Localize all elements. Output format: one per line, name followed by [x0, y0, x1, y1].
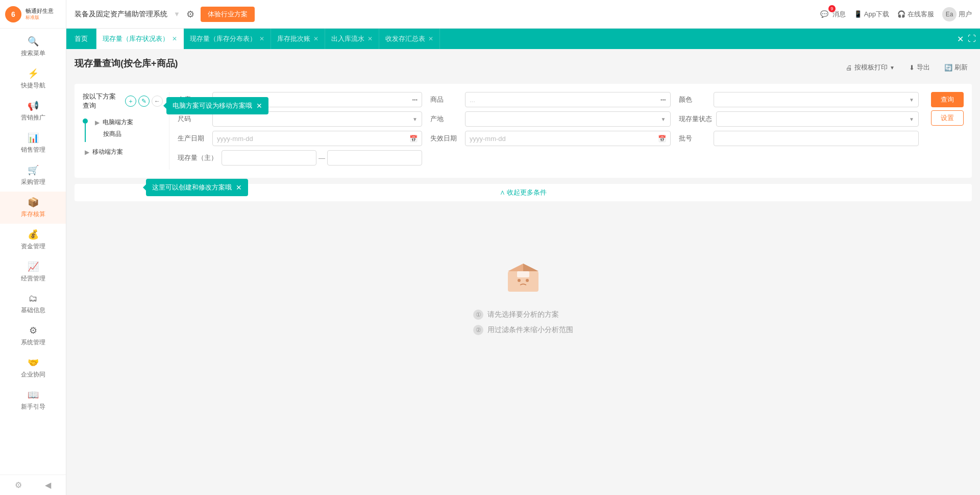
step-1-text: 请先选择要分析的方案 [487, 310, 559, 319]
collapse-icon: ∧ [500, 188, 505, 196]
goods-dots: ••• [660, 97, 666, 103]
scheme-tooltip-close[interactable]: ✕ [256, 102, 262, 110]
sidebar-item-guide-label: 新手引导 [21, 403, 45, 411]
expiry-date-input[interactable]: yyyy-mm-dd 📅 [465, 131, 671, 146]
color-arrow: ▼ [909, 97, 914, 103]
user-area[interactable]: Ea 用户 [942, 7, 972, 21]
filter-color: 颜色 ▼ [679, 92, 919, 107]
tab-close-batch-account[interactable]: ✕ [313, 35, 318, 42]
sidebar-item-basic-info-label: 基础信息 [21, 306, 45, 315]
tab-batch-account[interactable]: 库存批次账 ✕ [271, 29, 325, 49]
tab-inventory-status[interactable]: 现存量（库存状况表） ✕ [96, 29, 184, 49]
filter-header: 按以下方案查询 ＋ ✎ ← [83, 92, 163, 110]
tab-close-all-icon[interactable]: ✕ [957, 34, 964, 44]
inventory-icon: 📦 [28, 197, 39, 208]
sidebar-item-inventory[interactable]: 📦 库存核算 [0, 192, 66, 224]
tab-close-in-out-flow[interactable]: ✕ [368, 35, 373, 42]
stock-status-select[interactable]: ▼ [716, 111, 919, 127]
filter-production-date: 生产日期 yyyy-mm-dd 📅 [178, 131, 422, 146]
user-label: 用户 [959, 10, 972, 19]
collapse-label: 收起更多条件 [507, 188, 547, 196]
settings-icon[interactable]: ⚙ [186, 9, 194, 20]
tab-summary[interactable]: 收发存汇总表 ✕ [379, 29, 440, 49]
basic-info-icon: 🗂 [29, 293, 38, 304]
tab-close-summary[interactable]: ✕ [428, 35, 433, 42]
sidebar-item-system[interactable]: ⚙ 系统管理 [0, 320, 66, 352]
tab-batch-account-label: 库存批次账 [277, 34, 310, 43]
scheme-sub-goods[interactable]: 按商品 [103, 128, 133, 140]
color-select[interactable]: ▼ [714, 92, 919, 107]
sidebar-item-basic-info[interactable]: 🗂 基础信息 [0, 288, 66, 320]
sidebar: 6 畅通好生意 标准版 🔍 搜索菜单 ⚡ 快捷导航 📢 营销推广 📊 销售管理 … [0, 0, 66, 495]
scheme-list: ▶ 电脑端方案 按商品 [91, 116, 133, 142]
query-btn[interactable]: 查询 [931, 92, 964, 107]
stock-main-max-input[interactable] [327, 150, 422, 166]
message-btn[interactable]: 💬 9 消息 [820, 10, 846, 19]
enterprise-icon: 🤝 [28, 357, 39, 368]
origin-label: 产地 [430, 114, 461, 124]
add-scheme-btn[interactable]: ＋ [125, 96, 136, 107]
scheme-sub-goods-label: 按商品 [103, 130, 121, 138]
stock-main-label: 现存量（主） [178, 153, 217, 162]
sidebar-item-finance-label: 资金管理 [21, 242, 45, 251]
range-dash: — [318, 154, 325, 162]
origin-select[interactable]: ▼ [465, 111, 671, 127]
goods-select[interactable]: ... ••• [465, 92, 671, 107]
stock-main-min-input[interactable] [222, 150, 316, 166]
refresh-btn[interactable]: 🔄 刷新 [940, 61, 972, 74]
sidebar-item-guide[interactable]: 📖 新手引导 [0, 384, 66, 416]
online-support-btn[interactable]: 🎧 在线客服 [897, 10, 934, 19]
batch-input[interactable] [714, 131, 919, 146]
sidebar-item-operations[interactable]: 📈 经营管理 [0, 256, 66, 288]
print-label: 按模板打印 [854, 63, 888, 72]
tab-inventory-distribution[interactable]: 现存量（库存分布表） ✕ [184, 29, 271, 49]
scheme-mobile[interactable]: ▶ 移动端方案 [85, 146, 163, 158]
tab-fullscreen-icon[interactable]: ⛶ [968, 34, 976, 43]
empty-step-2: ② 用过滤条件来缩小分析范围 [473, 325, 573, 335]
set-btn[interactable]: 设置 [931, 110, 964, 126]
sidebar-item-marketing[interactable]: 📢 营销推广 [0, 95, 66, 127]
industry-btn[interactable]: 体验行业方案 [201, 7, 255, 22]
edit-scheme-btn[interactable]: ✎ [138, 96, 150, 107]
sidebar-item-operations-label: 经营管理 [21, 274, 45, 283]
sidebar-item-quick[interactable]: ⚡ 快捷导航 [0, 63, 66, 95]
filter-actions: ＋ ✎ ← [125, 96, 163, 107]
sidebar-item-search[interactable]: 🔍 搜索菜单 [0, 31, 66, 63]
step-2-text: 用过滤条件来缩小分析范围 [487, 325, 573, 335]
tab-close-inventory-distribution[interactable]: ✕ [259, 35, 264, 42]
print-btn[interactable]: 🖨 按模板打印 ▼ [842, 61, 899, 74]
expiry-date-calendar-icon[interactable]: 📅 [658, 135, 666, 143]
logo-area: 6 畅通好生意 标准版 [0, 0, 66, 29]
app-download-label: App下载 [864, 10, 889, 19]
empty-step-1: ① 请先选择要分析的方案 [473, 310, 573, 320]
tab-home[interactable]: 首页 [66, 29, 96, 49]
scheme-indicator-line [85, 124, 86, 142]
sidebar-item-sales[interactable]: 📊 销售管理 [0, 127, 66, 159]
sidebar-item-finance[interactable]: 💰 资金管理 [0, 224, 66, 256]
online-support-label: 在线客服 [908, 10, 934, 19]
settings-footer-icon[interactable]: ⚙ [15, 480, 22, 490]
export-label: 导出 [917, 63, 930, 72]
sidebar-item-enterprise[interactable]: 🤝 企业协同 [0, 352, 66, 384]
back-scheme-btn[interactable]: ← [152, 96, 163, 107]
collapse-sidebar-icon[interactable]: ◀ [45, 480, 51, 490]
sidebar-nav: 🔍 搜索菜单 ⚡ 快捷导航 📢 营销推广 📊 销售管理 🛒 采购管理 📦 库存核… [0, 29, 66, 475]
scheme-tooltip2-text: 这里可以创建和修改方案哦 [152, 183, 232, 192]
production-date-calendar-icon[interactable]: 📅 [409, 135, 418, 143]
svg-marker-2 [523, 264, 538, 271]
batch-label: 批号 [679, 134, 709, 143]
app-download-btn[interactable]: 📱 App下载 [854, 10, 889, 19]
tab-summary-label: 收发存汇总表 [385, 34, 425, 43]
stock-status-arrow: ▼ [909, 116, 914, 122]
refresh-label: 刷新 [954, 63, 968, 72]
sidebar-item-sales-label: 销售管理 [21, 146, 45, 154]
sidebar-item-purchase[interactable]: 🛒 采购管理 [0, 159, 66, 192]
production-date-input[interactable]: yyyy-mm-dd 📅 [212, 131, 422, 146]
scheme-tooltip2-close[interactable]: ✕ [236, 183, 242, 192]
tab-in-out-flow[interactable]: 出入库流水 ✕ [325, 29, 379, 49]
scheme-desktop[interactable]: ▶ 电脑端方案 [95, 116, 133, 128]
export-btn[interactable]: ⬇ 导出 [905, 61, 934, 74]
scheme-desktop-arrow: ▶ [95, 119, 100, 126]
tab-close-inventory-status[interactable]: ✕ [172, 35, 177, 42]
sidebar-item-enterprise-label: 企业协同 [21, 370, 45, 379]
